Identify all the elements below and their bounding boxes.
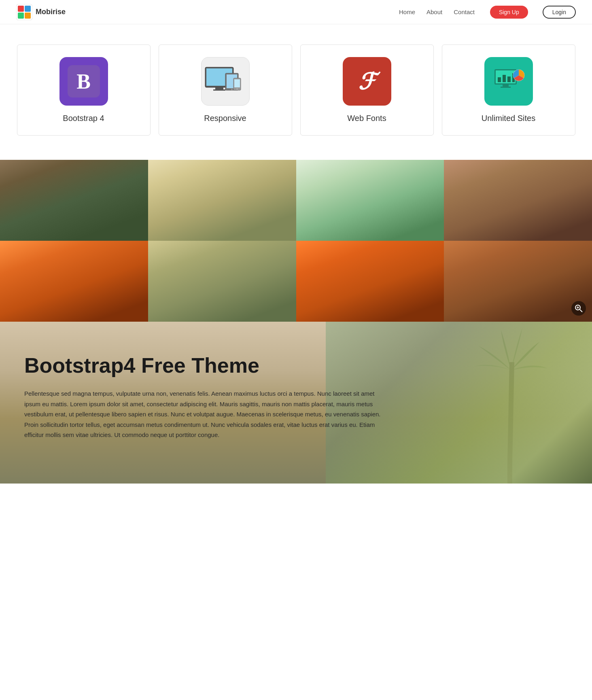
content-body: Pellentesque sed magna tempus, vulputate… (24, 388, 388, 440)
photo-canyon (444, 241, 592, 322)
brand[interactable]: Mobirise (16, 4, 66, 20)
responsive-icon-bg (201, 57, 250, 106)
gallery-section (0, 160, 592, 322)
content-inner: Bootstrap4 Free Theme Pellentesque sed m… (24, 354, 388, 440)
svg-point-14 (236, 89, 238, 90)
features-grid: B Bootstrap 4 (17, 45, 575, 136)
feature-bootstrap: B Bootstrap 4 (17, 45, 151, 136)
gallery-cell-canyon[interactable] (444, 241, 592, 322)
webfonts-label: Web Fonts (347, 114, 386, 123)
gallery-cell-wedding[interactable] (148, 241, 296, 322)
svg-rect-7 (215, 87, 223, 89)
gallery-cell-dandelion[interactable] (148, 160, 296, 241)
bootstrap-letter: B (68, 65, 100, 98)
unlimited-icon-bg (484, 57, 533, 106)
svg-rect-3 (18, 13, 24, 19)
responsive-label: Responsive (204, 114, 246, 123)
photo-person (444, 160, 592, 241)
gallery-cell-palms[interactable] (0, 160, 148, 241)
photo-couple (296, 241, 444, 322)
logo-icon (16, 4, 32, 20)
gallery-row-2 (0, 241, 592, 322)
features-section: B Bootstrap 4 (0, 24, 592, 160)
signup-button[interactable]: Sign Up (490, 6, 528, 19)
feature-unlimited: Unlimited Sites (442, 45, 575, 136)
photo-sunset (0, 241, 148, 322)
photo-wedding (148, 241, 296, 322)
svg-rect-13 (234, 79, 240, 87)
gallery-cell-sunset[interactable] (0, 241, 148, 322)
svg-rect-2 (25, 6, 31, 12)
gallery-row-1 (0, 160, 592, 241)
svg-rect-22 (501, 87, 511, 88)
zoom-in-icon (575, 304, 583, 312)
login-button[interactable]: Login (543, 6, 576, 19)
photo-dandelion (148, 160, 296, 241)
gallery-cell-flowers[interactable] (296, 160, 444, 241)
webfonts-letter: ℱ (358, 68, 376, 95)
nav-home[interactable]: Home (399, 8, 415, 15)
gallery-cell-person[interactable] (444, 160, 592, 241)
gallery-cell-couple[interactable] (296, 241, 444, 322)
navigation: Mobirise Home About Contact Sign Up Logi… (0, 0, 592, 24)
svg-rect-18 (503, 75, 506, 82)
photo-flowers (296, 160, 444, 241)
nav-about[interactable]: About (426, 8, 442, 15)
nav-contact[interactable]: Contact (454, 8, 475, 15)
content-title: Bootstrap4 Free Theme (24, 354, 388, 377)
nav-links: Home About Contact Sign Up Login (399, 6, 576, 19)
content-section: Bootstrap4 Free Theme Pellentesque sed m… (0, 322, 592, 484)
svg-rect-21 (503, 85, 509, 87)
responsive-devices-icon (203, 65, 248, 98)
svg-rect-8 (213, 89, 225, 91)
svg-rect-1 (18, 6, 24, 12)
unlimited-label: Unlimited Sites (482, 114, 535, 123)
feature-responsive: Responsive (159, 45, 292, 136)
svg-point-11 (231, 89, 233, 90)
bootstrap-label: Bootstrap 4 (63, 114, 104, 123)
unlimited-sites-icon (490, 65, 527, 98)
brand-name: Mobirise (36, 8, 66, 16)
svg-rect-19 (507, 76, 511, 82)
photo-palms (0, 160, 148, 241)
feature-webfonts: ℱ Web Fonts (300, 45, 434, 136)
webfonts-icon-bg: ℱ (343, 57, 391, 106)
svg-rect-17 (498, 77, 501, 82)
svg-line-25 (580, 310, 582, 312)
zoom-icon[interactable] (571, 301, 586, 316)
bootstrap-icon-bg: B (59, 57, 108, 106)
svg-rect-4 (25, 13, 31, 19)
palm-tree-decoration (471, 322, 552, 484)
